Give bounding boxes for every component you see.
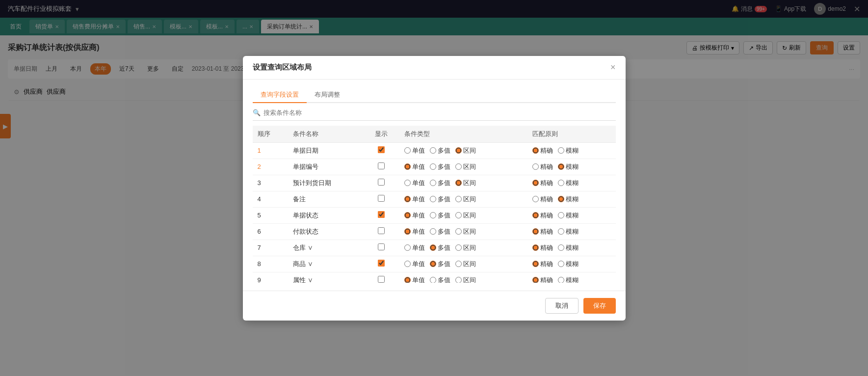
cell-match: 精确模糊 bbox=[527, 240, 616, 256]
radio-type-区间[interactable]: 区间 bbox=[455, 179, 476, 188]
display-checkbox[interactable] bbox=[378, 195, 385, 202]
radio-type-单值[interactable]: 单值 bbox=[404, 276, 425, 283]
radio-type-多值[interactable]: 多值 bbox=[430, 211, 450, 220]
cell-match: 精确模糊 bbox=[527, 272, 616, 283]
radio-type-多值[interactable]: 多值 bbox=[430, 227, 450, 236]
display-checkbox[interactable] bbox=[378, 146, 385, 153]
cell-order: 4 bbox=[253, 191, 288, 207]
display-checkbox[interactable] bbox=[378, 211, 385, 218]
modal-close-btn[interactable]: × bbox=[610, 63, 616, 72]
radio-match-精确[interactable]: 精确 bbox=[532, 260, 553, 269]
modal-tab-layout-label: 布局调整 bbox=[315, 91, 340, 98]
radio-match-模糊[interactable]: 模糊 bbox=[558, 146, 579, 155]
cell-match: 精确模糊 bbox=[527, 159, 616, 175]
display-checkbox[interactable] bbox=[378, 243, 385, 250]
radio-match-精确[interactable]: 精确 bbox=[532, 243, 553, 252]
table-row: 9属性 ∨单值多值区间精确模糊 bbox=[253, 272, 616, 283]
radio-type-区间[interactable]: 区间 bbox=[455, 260, 476, 269]
radio-type-区间[interactable]: 区间 bbox=[455, 276, 476, 283]
cell-display[interactable] bbox=[364, 256, 399, 272]
display-checkbox[interactable] bbox=[378, 227, 385, 234]
display-checkbox[interactable] bbox=[378, 260, 385, 267]
cell-order: 3 bbox=[253, 175, 288, 191]
table-row: 1单据日期单值多值区间精确模糊 bbox=[253, 142, 616, 159]
modal-tab-query-fields[interactable]: 查询字段设置 bbox=[253, 87, 307, 103]
radio-match-模糊[interactable]: 模糊 bbox=[558, 195, 579, 204]
radio-type-多值[interactable]: 多值 bbox=[430, 243, 450, 252]
radio-match-模糊[interactable]: 模糊 bbox=[558, 276, 579, 283]
cell-order: 9 bbox=[253, 272, 288, 283]
cell-display[interactable] bbox=[364, 191, 399, 207]
cell-display[interactable] bbox=[364, 207, 399, 223]
display-checkbox[interactable] bbox=[378, 179, 385, 186]
radio-type-多值[interactable]: 多值 bbox=[430, 276, 450, 283]
cell-display[interactable] bbox=[364, 175, 399, 191]
modal-table-body: 1单据日期单值多值区间精确模糊2单据编号单值多值区间精确模糊3预计到货日期单值多… bbox=[253, 142, 616, 283]
modal-body: 查询字段设置 布局调整 🔍 顺序 条件名称 显示 bbox=[243, 80, 626, 291]
radio-type-单值[interactable]: 单值 bbox=[404, 227, 425, 236]
radio-type-单值[interactable]: 单值 bbox=[404, 162, 425, 171]
radio-type-区间[interactable]: 区间 bbox=[455, 227, 476, 236]
radio-match-精确[interactable]: 精确 bbox=[532, 227, 553, 236]
radio-type-多值[interactable]: 多值 bbox=[430, 260, 450, 269]
radio-match-模糊[interactable]: 模糊 bbox=[558, 162, 579, 171]
radio-match-精确[interactable]: 精确 bbox=[532, 276, 553, 283]
radio-type-区间[interactable]: 区间 bbox=[455, 243, 476, 252]
cell-display[interactable] bbox=[364, 240, 399, 256]
save-btn[interactable]: 保存 bbox=[583, 298, 616, 314]
cell-type: 单值多值区间 bbox=[399, 223, 527, 240]
cell-type: 单值多值区间 bbox=[399, 207, 527, 223]
cell-display[interactable] bbox=[364, 142, 399, 159]
radio-type-单值[interactable]: 单值 bbox=[404, 243, 425, 252]
cell-display[interactable] bbox=[364, 272, 399, 283]
search-icon: 🔍 bbox=[253, 109, 261, 116]
radio-match-模糊[interactable]: 模糊 bbox=[558, 179, 579, 188]
radio-type-单值[interactable]: 单值 bbox=[404, 179, 425, 188]
radio-type-多值[interactable]: 多值 bbox=[430, 195, 450, 204]
radio-type-区间[interactable]: 区间 bbox=[455, 146, 476, 155]
cell-type: 单值多值区间 bbox=[399, 159, 527, 175]
radio-match-模糊[interactable]: 模糊 bbox=[558, 260, 579, 269]
radio-match-精确[interactable]: 精确 bbox=[532, 195, 553, 204]
radio-match-模糊[interactable]: 模糊 bbox=[558, 211, 579, 220]
cell-order: 2 bbox=[253, 159, 288, 175]
settings-modal: 设置查询区域布局 × 查询字段设置 布局调整 🔍 bbox=[243, 56, 626, 321]
radio-type-区间[interactable]: 区间 bbox=[455, 195, 476, 204]
cell-display[interactable] bbox=[364, 223, 399, 240]
table-row: 6付款状态单值多值区间精确模糊 bbox=[253, 223, 616, 240]
radio-type-单值[interactable]: 单值 bbox=[404, 146, 425, 155]
display-checkbox[interactable] bbox=[378, 162, 385, 169]
radio-type-单值[interactable]: 单值 bbox=[404, 260, 425, 269]
cell-match: 精确模糊 bbox=[527, 256, 616, 272]
radio-type-多值[interactable]: 多值 bbox=[430, 179, 450, 188]
display-checkbox[interactable] bbox=[378, 276, 385, 283]
cell-name: 付款状态 bbox=[288, 223, 364, 240]
cell-name: 预计到货日期 bbox=[288, 175, 364, 191]
radio-match-精确[interactable]: 精确 bbox=[532, 162, 553, 171]
radio-match-精确[interactable]: 精确 bbox=[532, 211, 553, 220]
cell-match: 精确模糊 bbox=[527, 223, 616, 240]
radio-type-单值[interactable]: 单值 bbox=[404, 211, 425, 220]
modal-tab-layout[interactable]: 布局调整 bbox=[307, 87, 348, 103]
modal-table-scroll: 顺序 条件名称 显示 条件类型 匹配原则 1单据日期单值多值区间精确模糊2单据编… bbox=[253, 126, 616, 283]
cell-order: 5 bbox=[253, 207, 288, 223]
cancel-btn[interactable]: 取消 bbox=[545, 298, 579, 314]
radio-match-模糊[interactable]: 模糊 bbox=[558, 227, 579, 236]
table-row: 3预计到货日期单值多值区间精确模糊 bbox=[253, 175, 616, 191]
modal-footer: 取消 保存 bbox=[243, 291, 626, 321]
radio-type-单值[interactable]: 单值 bbox=[404, 195, 425, 204]
radio-match-模糊[interactable]: 模糊 bbox=[558, 243, 579, 252]
th-match: 匹配原则 bbox=[527, 126, 616, 143]
search-input[interactable] bbox=[263, 109, 616, 116]
cell-display[interactable] bbox=[364, 159, 399, 175]
radio-match-精确[interactable]: 精确 bbox=[532, 179, 553, 188]
radio-type-区间[interactable]: 区间 bbox=[455, 211, 476, 220]
modal-search: 🔍 bbox=[253, 109, 616, 121]
radio-match-精确[interactable]: 精确 bbox=[532, 146, 553, 155]
cell-name: 商品 ∨ bbox=[288, 256, 364, 272]
th-type: 条件类型 bbox=[399, 126, 527, 143]
radio-type-多值[interactable]: 多值 bbox=[430, 162, 450, 171]
cell-name: 仓库 ∨ bbox=[288, 240, 364, 256]
radio-type-多值[interactable]: 多值 bbox=[430, 146, 450, 155]
radio-type-区间[interactable]: 区间 bbox=[455, 162, 476, 171]
